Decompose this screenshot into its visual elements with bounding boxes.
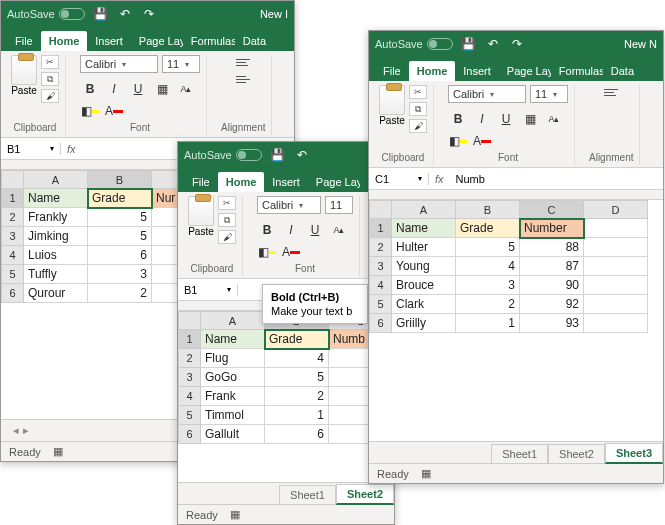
font-name-combo[interactable]: Calibri▾ — [80, 55, 158, 73]
tab-insert[interactable]: Insert — [87, 31, 131, 51]
group-clipboard: Clipboard — [14, 120, 57, 135]
save-icon[interactable]: 💾 — [270, 147, 286, 163]
bold-button[interactable]: B — [257, 221, 277, 239]
format-painter-button[interactable]: 🖌 — [409, 119, 427, 133]
redo-icon[interactable]: ↷ — [509, 36, 525, 52]
tab-home[interactable]: Home — [41, 31, 88, 51]
status-ready: Ready — [9, 446, 41, 458]
worksheet-grid[interactable]: ABC 1NameGradeNumb 2Flug4 3GoGo5 4Frank2… — [178, 311, 393, 444]
clipboard-icon — [188, 196, 214, 226]
tab-data[interactable]: Data — [603, 61, 642, 81]
sheet-tab-sheet2[interactable]: Sheet2 — [548, 444, 605, 463]
sheet-tab-sheet1[interactable]: Sheet1 — [491, 444, 548, 463]
italic-button[interactable]: I — [472, 110, 492, 128]
autosave-toggle[interactable]: AutoSave — [7, 8, 85, 20]
cut-button[interactable]: ✂ — [409, 85, 427, 99]
record-macro-icon[interactable]: ▦ — [230, 508, 240, 521]
underline-button[interactable]: U — [305, 221, 325, 239]
tab-file[interactable]: File — [184, 172, 218, 192]
autosave-toggle[interactable]: AutoSave — [375, 38, 453, 50]
paste-button[interactable]: Paste — [379, 85, 405, 126]
bold-button[interactable]: B — [448, 110, 468, 128]
tab-data[interactable]: Data — [235, 31, 274, 51]
group-alignment: Alignment — [221, 120, 265, 135]
copy-button[interactable]: ⧉ — [41, 72, 59, 86]
name-box[interactable]: B1▾ — [178, 284, 238, 296]
cut-button[interactable]: ✂ — [218, 196, 236, 210]
sheet-nav[interactable]: ◂ ▸ — [1, 424, 41, 437]
tab-file[interactable]: File — [7, 31, 41, 51]
tab-insert[interactable]: Insert — [264, 172, 308, 192]
align-middle-icon[interactable] — [234, 72, 252, 86]
record-macro-icon[interactable]: ▦ — [421, 467, 431, 480]
tab-file[interactable]: File — [375, 61, 409, 81]
tab-page-layout[interactable]: Page Lay — [499, 61, 551, 81]
tab-formulas[interactable]: Formulas — [551, 61, 603, 81]
sheet-tab-sheet3[interactable]: Sheet3 — [605, 443, 663, 464]
tab-insert[interactable]: Insert — [455, 61, 499, 81]
italic-button[interactable]: I — [104, 80, 124, 98]
paste-button[interactable]: Paste — [11, 55, 37, 96]
undo-icon[interactable]: ↶ — [485, 36, 501, 52]
font-color-button[interactable]: A — [281, 243, 301, 261]
fill-color-button[interactable]: ◧ — [448, 132, 468, 150]
italic-button[interactable]: I — [281, 221, 301, 239]
autosave-toggle[interactable]: AutoSave — [184, 149, 262, 161]
record-macro-icon[interactable]: ▦ — [53, 445, 63, 458]
font-name-combo[interactable]: Calibri▾ — [448, 85, 526, 103]
cut-button[interactable]: ✂ — [41, 55, 59, 69]
font-size-combo[interactable]: 11▾ — [530, 85, 568, 103]
font-name-combo[interactable]: Calibri▾ — [257, 196, 321, 214]
tooltip-bold: Bold (Ctrl+B) Make your text b — [262, 284, 368, 324]
fill-color-button[interactable]: ◧ — [257, 243, 277, 261]
paste-button[interactable]: Paste — [188, 196, 214, 237]
name-box[interactable]: B1▾ — [1, 143, 61, 155]
group-font: Font — [130, 120, 150, 135]
redo-icon[interactable]: ↷ — [141, 6, 157, 22]
bold-button[interactable]: B — [80, 80, 100, 98]
group-alignment: Alignment — [589, 150, 633, 165]
clipboard-icon — [11, 55, 37, 85]
worksheet-grid[interactable]: ABCD 1NameGradeNumber 2Hulter588 3Young4… — [369, 200, 648, 333]
fill-color-button[interactable]: ◧ — [80, 102, 100, 120]
save-icon[interactable]: 💾 — [93, 6, 109, 22]
fx-icon[interactable]: fx — [61, 143, 82, 155]
window-title: New N — [624, 38, 657, 50]
sheet-tab-sheet1[interactable]: Sheet1 — [279, 485, 336, 504]
name-box[interactable]: C1▾ — [369, 173, 429, 185]
underline-button[interactable]: U — [496, 110, 516, 128]
fx-icon[interactable]: fx — [429, 173, 450, 185]
font-color-button[interactable]: A — [104, 102, 124, 120]
tab-page-layout[interactable]: Page Lay — [131, 31, 183, 51]
font-color-button[interactable]: A — [472, 132, 492, 150]
underline-button[interactable]: U — [128, 80, 148, 98]
copy-button[interactable]: ⧉ — [409, 102, 427, 116]
align-top-icon[interactable] — [234, 55, 252, 69]
tab-page-layout[interactable]: Page Lay — [308, 172, 360, 192]
undo-icon[interactable]: ↶ — [294, 147, 310, 163]
tab-home[interactable]: Home — [409, 61, 456, 81]
font-size-combo[interactable]: 11 — [325, 196, 353, 214]
border-button[interactable]: ▦ — [520, 110, 540, 128]
align-top-icon[interactable] — [602, 85, 620, 99]
border-button[interactable]: ▦ — [152, 80, 172, 98]
formula-bar[interactable]: Numb — [450, 173, 663, 185]
tab-formulas[interactable]: Formulas — [183, 31, 235, 51]
undo-icon[interactable]: ↶ — [117, 6, 133, 22]
save-icon[interactable]: 💾 — [461, 36, 477, 52]
sheet-tab-sheet2[interactable]: Sheet2 — [336, 484, 394, 505]
font-increase-button[interactable]: A▴ — [176, 80, 196, 98]
format-painter-button[interactable]: 🖌 — [218, 230, 236, 244]
window-title: New I — [260, 8, 288, 20]
tab-home[interactable]: Home — [218, 172, 265, 192]
copy-button[interactable]: ⧉ — [218, 213, 236, 227]
clipboard-icon — [379, 85, 405, 115]
format-painter-button[interactable]: 🖌 — [41, 89, 59, 103]
font-increase-button[interactable]: A▴ — [329, 221, 349, 239]
font-size-combo[interactable]: 11▾ — [162, 55, 200, 73]
font-increase-button[interactable]: A▴ — [544, 110, 564, 128]
